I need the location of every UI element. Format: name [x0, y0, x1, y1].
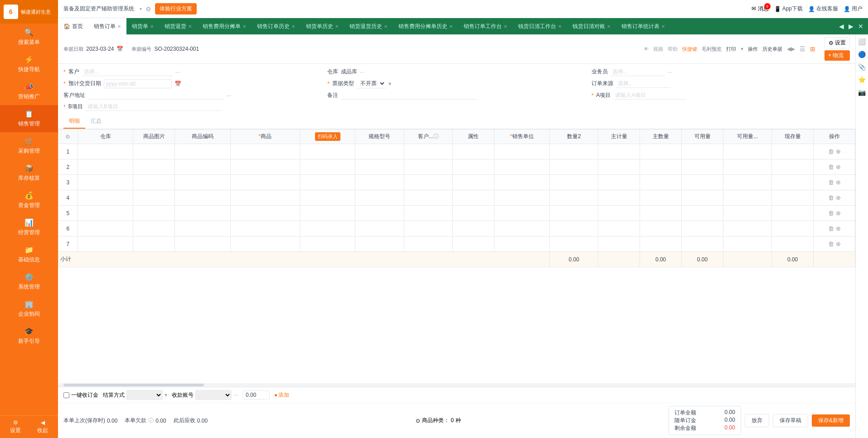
row-avail2[interactable] — [723, 159, 771, 175]
salesperson-dots-icon[interactable]: ··· — [668, 69, 672, 75]
row-unit[interactable] — [494, 175, 550, 190]
row-main-unit[interactable] — [598, 144, 640, 159]
sidebar-item-marketing[interactable]: 📣 营销推广 — [0, 78, 58, 105]
copy-row-button[interactable]: ⊕ — [836, 241, 841, 247]
warehouse-dots-icon[interactable]: ··· — [360, 69, 364, 75]
payment-amount-input[interactable] — [242, 390, 270, 399]
sidebar-item-quicknav[interactable]: ⚡ 快捷导航 — [0, 51, 58, 78]
solution-button[interactable]: 体验行业方案 — [155, 3, 197, 14]
row-product-img[interactable] — [133, 236, 175, 252]
row-avail[interactable] — [682, 206, 723, 221]
order-source-input[interactable] — [616, 79, 670, 88]
row-main-unit[interactable] — [598, 206, 640, 221]
row-current[interactable] — [772, 159, 814, 175]
row-current[interactable] — [772, 206, 814, 221]
settings-button[interactable]: ⚙ 设置 — [824, 37, 850, 48]
sidebar-item-inventory[interactable]: 📦 库存核算 — [0, 159, 58, 187]
user-avatar[interactable]: 👤 用户 — [844, 5, 863, 13]
tab-close-icon[interactable]: ✕ — [242, 24, 246, 29]
history-btn[interactable]: 历史单据 — [762, 46, 782, 53]
row-avail[interactable] — [682, 144, 723, 159]
row-attr[interactable] — [452, 221, 494, 236]
row-scan[interactable] — [300, 190, 355, 206]
tab-slip-history[interactable]: 销货单历史 ✕ — [301, 18, 344, 34]
row-warehouse[interactable] — [78, 221, 133, 236]
right-icon-1[interactable]: ⬜ — [858, 38, 866, 45]
help-btn[interactable]: 帮助 — [668, 46, 678, 53]
row-unit[interactable] — [494, 206, 550, 221]
sidebar-collapse-btn[interactable]: ◀ 收起 — [37, 419, 48, 434]
row-main-qty[interactable] — [640, 236, 682, 252]
row-scan[interactable] — [300, 206, 355, 221]
row-product-code[interactable] — [175, 221, 231, 236]
tab-close-icon[interactable]: ✕ — [558, 24, 562, 29]
row-scan[interactable] — [300, 175, 355, 190]
account-dots-icon[interactable]: ··· — [233, 392, 238, 398]
row-main-unit[interactable] — [598, 221, 640, 236]
info-icon[interactable]: ⓘ — [433, 133, 439, 140]
row-attr[interactable] — [452, 175, 494, 190]
sidebar-item-collab[interactable]: 🏢 企业协同 — [0, 295, 58, 322]
add-payment-button[interactable]: ● 添加 — [274, 391, 289, 399]
tab-sales-return[interactable]: 销货退货 ✕ — [159, 18, 197, 34]
row-spec[interactable] — [355, 221, 404, 236]
row-warehouse[interactable] — [78, 236, 133, 252]
row-main-qty[interactable] — [640, 221, 682, 236]
app-download-btn[interactable]: 📱 App下载 — [774, 5, 803, 13]
draft-button[interactable]: 保存草稿 — [773, 414, 808, 427]
row-attr[interactable] — [452, 206, 494, 221]
row-product[interactable] — [230, 206, 300, 221]
row-actions[interactable]: 🗑 ⊕ — [814, 190, 855, 206]
row-customer-code[interactable] — [404, 175, 452, 190]
row-qty2[interactable] — [550, 190, 598, 206]
delivery-date-input[interactable] — [104, 79, 172, 88]
row-customer-code[interactable] — [404, 159, 452, 175]
add-logistics-button[interactable]: + 物流 — [824, 50, 850, 61]
delete-row-button[interactable]: 🗑 — [828, 164, 834, 170]
tab-close-icon[interactable]: ✕ — [150, 24, 154, 29]
row-scan[interactable] — [300, 159, 355, 175]
nav-next-icon[interactable]: ▶ — [847, 22, 855, 31]
tab-expense-history[interactable]: 销售费用分摊单历史 ✕ — [393, 18, 458, 34]
row-product[interactable] — [230, 175, 300, 190]
row-actions[interactable]: 🗑 ⊕ — [814, 206, 855, 221]
copy-row-button[interactable]: ⊕ — [836, 148, 841, 155]
row-product-code[interactable] — [175, 190, 231, 206]
row-main-unit[interactable] — [598, 190, 640, 206]
quick-payment-checkbox[interactable]: 一键收订金 — [63, 391, 98, 399]
row-main-unit[interactable] — [598, 175, 640, 190]
tab-close-icon[interactable]: ✕ — [335, 24, 339, 29]
row-attr[interactable] — [452, 236, 494, 252]
view-btn[interactable]: 视频 — [653, 46, 663, 53]
message-badge[interactable]: ✉ 9 消息 — [752, 5, 768, 13]
row-product-code[interactable] — [175, 159, 231, 175]
row-qty2[interactable] — [550, 221, 598, 236]
row-avail[interactable] — [682, 159, 723, 175]
row-product-img[interactable] — [133, 190, 175, 206]
row-qty2[interactable] — [550, 159, 598, 175]
row-avail2[interactable] — [723, 175, 771, 190]
save-new-button[interactable]: 保存&新增 — [812, 414, 850, 427]
row-avail2[interactable] — [723, 221, 771, 236]
row-product-img[interactable] — [133, 175, 175, 190]
row-scan[interactable] — [300, 144, 355, 159]
customer-dots-icon[interactable]: ··· — [175, 69, 180, 75]
delete-row-button[interactable]: 🗑 — [828, 194, 834, 201]
discard-button[interactable]: 放弃 — [745, 414, 769, 427]
tab-daily-reconcile[interactable]: 钱货日清对账 ✕ — [567, 18, 616, 34]
salesperson-input[interactable] — [611, 67, 665, 76]
tab-order-workbench[interactable]: 销售订单工作台 ✕ — [458, 18, 513, 34]
row-unit[interactable] — [494, 190, 550, 206]
row-scan[interactable] — [300, 221, 355, 236]
print-btn[interactable]: 打印 — [726, 46, 736, 53]
row-product-img[interactable] — [133, 206, 175, 221]
payment-account-select[interactable] — [195, 390, 232, 400]
row-unit[interactable] — [494, 221, 550, 236]
tab-order-stats[interactable]: 销售订单统计表 ✕ — [616, 18, 670, 34]
address-dots-icon[interactable]: ··· — [227, 92, 231, 99]
grid-icon[interactable]: ⊞ — [810, 45, 815, 53]
copy-row-button[interactable]: ⊕ — [836, 210, 841, 217]
row-spec[interactable] — [355, 175, 404, 190]
horizontal-scrollbar[interactable] — [63, 384, 204, 386]
tab-close-icon[interactable]: ✕ — [661, 24, 665, 29]
